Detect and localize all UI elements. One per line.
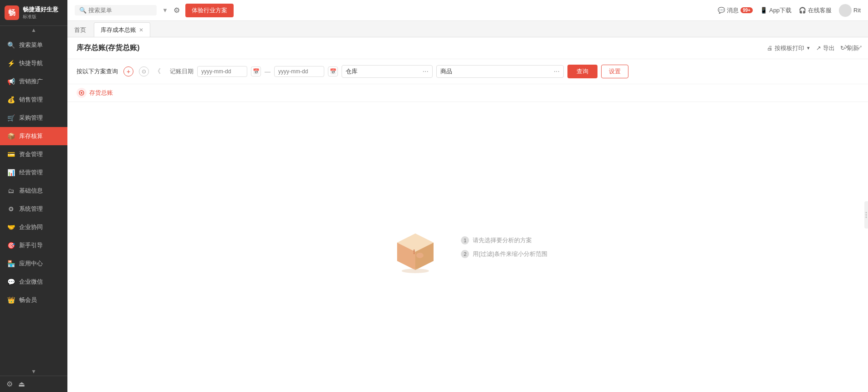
- app-download-btn[interactable]: 📱 App下载: [760, 6, 791, 15]
- wechat-icon: 💬: [6, 277, 15, 286]
- content-close-btn[interactable]: ✕: [842, 41, 852, 53]
- search-chevron-icon[interactable]: ▼: [162, 7, 168, 14]
- content-close-row: ✕ ⤢: [842, 41, 864, 53]
- svg-point-11: [866, 216, 867, 218]
- user-avatar: [839, 4, 852, 17]
- main-area: 🔍 ▼ ⚙ 体验行业方案 💬 消息 99+ 📱 App下载 🎧 在线客服 Rit: [67, 0, 868, 392]
- topbar-right: 💬 消息 99+ 📱 App下载 🎧 在线客服 Rit: [718, 4, 861, 17]
- side-resize-handle[interactable]: [864, 201, 868, 229]
- date-start-calendar-icon[interactable]: 📅: [251, 66, 261, 76]
- scheme-section: 存货总账: [67, 84, 868, 102]
- svg-point-1: [81, 92, 82, 94]
- sidebar-item-marketing[interactable]: 📢 营销推广: [0, 72, 67, 91]
- sidebar-nav: 🔍 搜索菜单 ⚡ 快捷导航 📢 营销推广 💰 销售管理 🛒 采购管理 📦 库存核…: [0, 34, 67, 367]
- content-area: 库存总账(存货总账) 🖨 按模板打印 ▼ ↗ 导出 ↻ 刷新 按以下方案查询: [67, 37, 868, 392]
- member-icon: 👑: [6, 295, 15, 305]
- empty-hint-2: 2 用[过滤]条件来缩小分析范围: [461, 250, 547, 258]
- finance-icon: 💳: [6, 150, 15, 159]
- goods-more-icon[interactable]: ···: [554, 67, 560, 76]
- filter-add-btn[interactable]: +: [123, 66, 133, 76]
- sidebar-item-operation[interactable]: 📊 经营管理: [0, 163, 67, 182]
- tab-bar: 首页 库存成本总账 ✕: [67, 21, 868, 37]
- print-chevron-icon[interactable]: ▼: [806, 46, 811, 51]
- export-btn[interactable]: ↗ 导出: [816, 44, 835, 52]
- sidebar-item-purchase[interactable]: 🛒 采购管理: [0, 109, 67, 127]
- page-header: 库存总账(存货总账) 🖨 按模板打印 ▼ ↗ 导出 ↻ 刷新: [67, 37, 868, 59]
- date-start-input[interactable]: [197, 66, 247, 77]
- phone-icon: 📱: [760, 7, 767, 14]
- goods-selector[interactable]: 商品 ···: [436, 65, 564, 78]
- tab-inventory-cost[interactable]: 库存成本总账 ✕: [94, 22, 150, 37]
- messages-badge: 99+: [740, 7, 753, 13]
- sidebar-logo: 畅 畅捷通好生意 标准版: [0, 0, 67, 26]
- appstore-icon: 🏪: [6, 259, 15, 268]
- page-title: 库存总账(存货总账): [77, 43, 140, 53]
- search-icon: 🔍: [6, 41, 15, 50]
- sidebar-item-system[interactable]: ⚙ 系统管理: [0, 200, 67, 218]
- scheme-item[interactable]: 存货总账: [77, 88, 113, 98]
- export-icon: ↗: [816, 45, 821, 51]
- user-avatar-area[interactable]: Rit: [839, 4, 861, 17]
- sidebar-item-basic[interactable]: 🗂 基础信息: [0, 182, 67, 200]
- warehouse-selector[interactable]: 仓库 ···: [342, 65, 433, 78]
- sales-icon: 💰: [6, 95, 15, 104]
- svg-text:!: !: [413, 248, 415, 255]
- sidebar-scroll-down[interactable]: ▼: [0, 367, 67, 376]
- sidebar-scroll-up[interactable]: ▲: [0, 26, 67, 34]
- content-expand-btn[interactable]: ⤢: [855, 42, 864, 53]
- hint-1-num: 1: [461, 236, 469, 244]
- messages-btn[interactable]: 💬 消息 99+: [718, 6, 753, 15]
- filter-bar: 按以下方案查询 + ⊙ 《 记账日期 📅 — 📅 仓库 ··· 商品 ···: [67, 59, 868, 84]
- svg-point-9: [866, 212, 867, 213]
- sidebar-item-finance[interactable]: 💳 资金管理: [0, 145, 67, 163]
- online-service-btn[interactable]: 🎧 在线客服: [799, 6, 832, 15]
- purchase-icon: 🛒: [6, 113, 15, 122]
- empty-text: 1 请先选择要分析的方案 2 用[过滤]条件来缩小分析范围: [461, 236, 547, 258]
- scheme-item-icon: [77, 88, 87, 98]
- hint-1-text: 请先选择要分析的方案: [473, 236, 532, 244]
- filter-clear-btn[interactable]: ⊙: [139, 66, 149, 76]
- svg-point-6: [416, 253, 424, 258]
- sidebar-item-wechat[interactable]: 💬 企业微信: [0, 273, 67, 291]
- sidebar-item-search[interactable]: 🔍 搜索菜单: [0, 36, 67, 54]
- date-end-calendar-icon[interactable]: 📅: [328, 66, 338, 76]
- tab-home[interactable]: 首页: [67, 22, 93, 37]
- sidebar-item-member[interactable]: 👑 畅会员: [0, 291, 67, 309]
- tab-close-icon[interactable]: ✕: [139, 27, 143, 33]
- logo-text: 畅捷通好生意 标准版: [23, 6, 58, 20]
- audio-footer-btn[interactable]: ⏏: [18, 380, 25, 388]
- sidebar-item-inventory[interactable]: 📦 库存核算: [0, 127, 67, 145]
- sidebar-item-enterprise[interactable]: 🤝 企业协同: [0, 218, 67, 236]
- settings-button[interactable]: 设置: [601, 65, 628, 78]
- inventory-icon: 📦: [6, 132, 15, 141]
- hint-2-text: 用[过滤]条件来缩小分析范围: [473, 250, 547, 258]
- empty-illustration: !: [388, 220, 443, 275]
- search-button[interactable]: 查询: [567, 65, 597, 78]
- sidebar-footer: ⚙ ⏏: [0, 376, 67, 392]
- newbie-icon: 🎯: [6, 241, 15, 250]
- sidebar: 畅 畅捷通好生意 标准版 ▲ 🔍 搜索菜单 ⚡ 快捷导航 📢 营销推广 💰 销售…: [0, 0, 67, 392]
- quick-nav-icon: ⚡: [6, 59, 15, 68]
- date-separator: —: [265, 68, 271, 75]
- sidebar-item-sales[interactable]: 💰 销售管理: [0, 91, 67, 109]
- search-input[interactable]: [88, 7, 143, 14]
- sidebar-item-appstore[interactable]: 🏪 应用中心: [0, 255, 67, 273]
- basic-icon: 🗂: [6, 186, 15, 195]
- sidebar-item-quick-nav[interactable]: ⚡ 快捷导航: [0, 54, 67, 72]
- svg-point-8: [402, 269, 429, 273]
- topbar-search-container: 🔍: [75, 5, 157, 15]
- print-template-btn[interactable]: 🖨 按模板打印 ▼: [767, 44, 811, 52]
- filter-scheme-label: 按以下方案查询: [77, 67, 118, 76]
- settings-footer-btn[interactable]: ⚙: [6, 380, 13, 388]
- sidebar-item-newbie[interactable]: 🎯 新手引导: [0, 236, 67, 255]
- topbar-gear-icon[interactable]: ⚙: [174, 6, 180, 15]
- empty-hint-1: 1 请先选择要分析的方案: [461, 236, 547, 244]
- marketing-icon: 📢: [6, 77, 15, 86]
- operation-icon: 📊: [6, 168, 15, 177]
- date-end-input[interactable]: [274, 66, 324, 77]
- scheme-item-label: 存货总账: [89, 89, 113, 97]
- industry-btn[interactable]: 体验行业方案: [185, 4, 234, 17]
- headset-icon: 🎧: [799, 7, 806, 14]
- warehouse-more-icon[interactable]: ···: [423, 67, 429, 76]
- filter-collapse-icon[interactable]: 《: [154, 67, 161, 76]
